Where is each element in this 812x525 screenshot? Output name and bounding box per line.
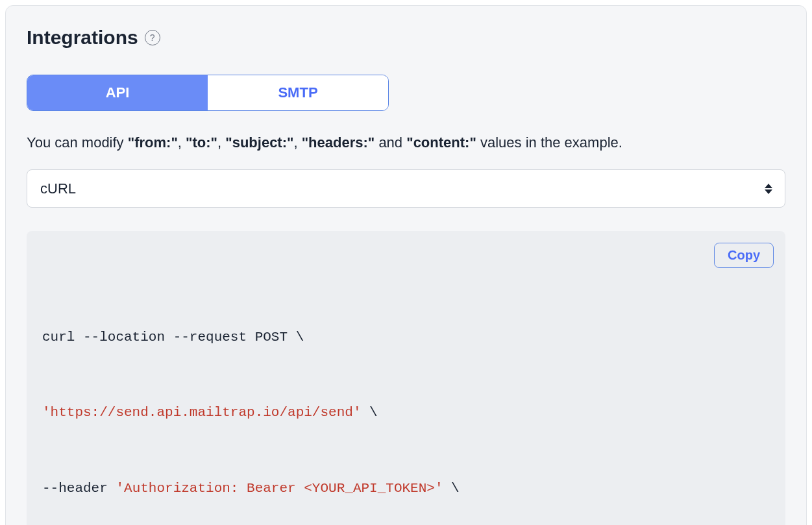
code-line-2: 'https://send.api.mailtrap.io/api/send' … bbox=[42, 400, 770, 426]
language-select[interactable]: cURL bbox=[27, 169, 785, 208]
field-subject: "subject:" bbox=[225, 134, 293, 151]
integrations-panel: Integrations ? API SMTP You can modify "… bbox=[5, 5, 807, 525]
integration-tabs: API SMTP bbox=[27, 75, 389, 111]
help-icon[interactable]: ? bbox=[145, 30, 160, 45]
copy-button[interactable]: Copy bbox=[714, 243, 774, 268]
field-headers: "headers:" bbox=[302, 134, 375, 151]
instruction-prefix: You can modify bbox=[27, 134, 128, 151]
field-content: "content:" bbox=[406, 134, 476, 151]
instruction-text: You can modify "from:", "to:", "subject:… bbox=[27, 134, 785, 151]
field-from: "from:" bbox=[128, 134, 178, 151]
code-line-1: curl --location --request POST \ bbox=[42, 325, 770, 350]
instruction-suffix: values in the example. bbox=[476, 134, 622, 151]
page-title: Integrations bbox=[27, 27, 138, 49]
language-select-wrapper: cURL bbox=[27, 169, 785, 208]
tab-smtp[interactable]: SMTP bbox=[208, 75, 388, 110]
field-to: "to:" bbox=[186, 134, 217, 151]
code-block: Copy curl --location --request POST \ 'h… bbox=[27, 231, 785, 525]
header-row: Integrations ? bbox=[27, 27, 785, 49]
tab-api[interactable]: API bbox=[27, 75, 208, 110]
code-line-3: --header 'Authorization: Bearer <YOUR_AP… bbox=[42, 476, 770, 502]
